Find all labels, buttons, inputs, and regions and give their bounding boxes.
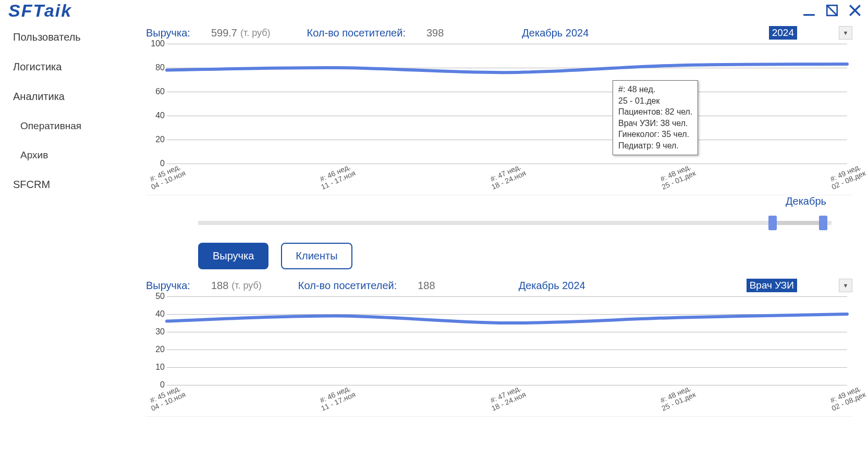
tooltip-line: #: 48 нед. (618, 84, 692, 95)
slider-selection (772, 221, 822, 225)
main-content: Выручка: 599.7 (т. руб) Кол-во посетител… (130, 21, 868, 474)
doctor-selector: Врач УЗИ ▼ (747, 279, 852, 292)
tooltip-line: 25 - 01.дек (618, 95, 692, 107)
visitors-value: 398 (426, 27, 444, 39)
year-selector: 2024 ▼ (769, 26, 852, 40)
stats-row-2: Выручка: 188 (т. руб) Кол-во посетителей… (146, 279, 852, 292)
revenue-label: Выручка: (146, 27, 190, 39)
maximize-icon[interactable] (824, 3, 840, 18)
window-controls (801, 3, 863, 18)
revenue-value-2: 188 (211, 280, 228, 292)
slider-track (198, 221, 832, 225)
period-label-2: Декабрь 2024 (519, 280, 585, 292)
year-selected[interactable]: 2024 (769, 26, 797, 40)
tab-revenue[interactable]: Выручка (198, 243, 268, 269)
chevron-down-icon[interactable]: ▼ (839, 279, 852, 292)
tooltip-line: Пациентов: 82 чел. (618, 106, 692, 118)
sidebar: Пользователь Логистика Аналитика Операти… (0, 21, 130, 474)
chevron-down-icon[interactable]: ▼ (839, 26, 852, 40)
chart-1: 020406080100 #: 45 нед.04 - 10.ноя#: 46 … (146, 44, 852, 195)
chart-2: 01020304050 #: 45 нед.04 - 10.ноя#: 46 н… (146, 296, 852, 417)
tabs: Выручка Клиенты (198, 243, 852, 269)
close-icon[interactable] (847, 3, 863, 18)
stats-row-1: Выручка: 599.7 (т. руб) Кол-во посетител… (146, 26, 852, 40)
revenue-unit: (т. руб) (240, 28, 271, 39)
revenue-label-2: Выручка: (146, 280, 190, 292)
month-label: Декабрь (146, 195, 852, 207)
slider-handle-left[interactable] (768, 216, 777, 230)
visitors-value-2: 188 (418, 280, 435, 292)
chart-tooltip: #: 48 нед. 25 - 01.дек Пациентов: 82 чел… (613, 80, 698, 155)
revenue-unit-2: (т. руб) (231, 280, 262, 291)
minimize-icon[interactable] (801, 3, 817, 18)
app-logo: SFTaik (5, 1, 72, 21)
titlebar: SFTaik (0, 0, 868, 21)
visitors-label-2: Кол-во посетителей: (298, 280, 397, 292)
period-label: Декабрь 2024 (522, 27, 589, 39)
sidebar-item-operative[interactable]: Оперативная (13, 120, 130, 132)
tab-clients[interactable]: Клиенты (281, 243, 352, 269)
slider-handle-right[interactable] (819, 216, 827, 230)
sidebar-item-analytics[interactable]: Аналитика (13, 91, 130, 103)
tooltip-line: Гинеколог: 35 чел. (618, 129, 692, 140)
sidebar-item-archive[interactable]: Архив (13, 149, 130, 161)
sidebar-item-sfcrm[interactable]: SFCRM (13, 179, 130, 191)
sidebar-item-user[interactable]: Пользователь (13, 31, 130, 43)
tooltip-line: Педиатр: 9 чел. (618, 140, 692, 152)
visitors-label: Кол-во посетителей: (307, 27, 406, 39)
revenue-value: 599.7 (211, 27, 237, 39)
range-slider[interactable] (198, 214, 832, 232)
sidebar-item-logistics[interactable]: Логистика (13, 61, 130, 73)
tooltip-line: Врач УЗИ: 38 чел. (618, 118, 692, 129)
doctor-selected[interactable]: Врач УЗИ (747, 279, 797, 292)
